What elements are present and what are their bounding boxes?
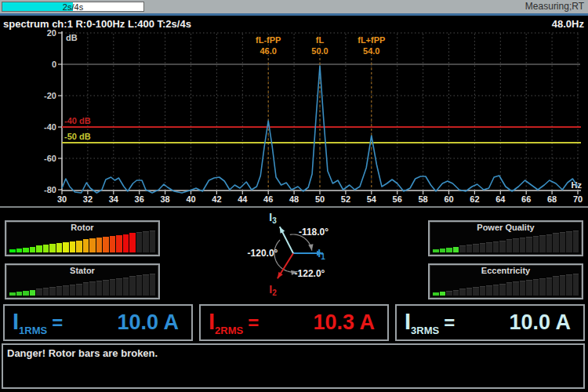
gauge-bar (466, 288, 473, 296)
phasor-vector-i1: I1 (293, 247, 325, 261)
power-quality-gauge[interactable]: Power Quality (428, 220, 583, 256)
gauge-bar (129, 276, 136, 296)
i3-rms-label: I3RMS= (405, 309, 455, 336)
current-phasor-diagram: I1I2I3-118.0°-120.0°-122.0° (210, 209, 378, 303)
gauge-bar (566, 231, 572, 252)
gauge-bar (129, 233, 136, 252)
i2-rms-readout[interactable]: I2RMS= 10.3 A (199, 304, 389, 341)
gauge-bar (573, 274, 579, 296)
svg-text:32: 32 (83, 194, 93, 204)
i1-rms-readout[interactable]: I1RMS= 10.0 A (3, 304, 193, 341)
svg-text:50: 50 (315, 194, 325, 204)
phase-angle-label: -120.0° (248, 248, 278, 259)
svg-text:70: 70 (573, 194, 583, 204)
gauge-bar (16, 249, 23, 252)
svg-text:-80: -80 (44, 185, 56, 194)
gauge-bar (43, 245, 49, 252)
gauge-bar (486, 242, 492, 252)
gauge-bar (36, 245, 42, 252)
gauge-bar (520, 281, 526, 296)
gauge-bar (459, 289, 466, 296)
gauge-bar (96, 238, 103, 252)
svg-text:46: 46 (263, 194, 273, 204)
gauge-bar (123, 234, 129, 252)
gauge-bar (573, 230, 579, 252)
gauge-bar (446, 248, 452, 252)
i3-rms-readout[interactable]: I3RMS= 10.0 A (395, 304, 585, 341)
gauge-bar (453, 290, 459, 296)
spectrum-plot[interactable]: 200-20-40-60-80dB30323436384042444648505… (0, 0, 588, 210)
gauge-bars (433, 272, 579, 296)
i1-rms-label: I1RMS= (13, 309, 63, 336)
gauge-bar (150, 230, 156, 252)
gauge-bar (526, 237, 532, 252)
gauge-bar (16, 292, 23, 296)
svg-text:44: 44 (238, 194, 248, 204)
svg-text:62: 62 (470, 194, 479, 204)
svg-text:36: 36 (135, 194, 144, 204)
gauge-bar (9, 249, 16, 252)
gauge-bar (136, 275, 143, 296)
gauge-bar (83, 282, 89, 296)
gauge-bar (123, 278, 129, 296)
alarm-message-box: Danger! Rotor bars are broken. (2, 343, 585, 389)
eccentricity-gauge[interactable]: Eccentricity (428, 263, 583, 299)
svg-text:I3: I3 (269, 211, 277, 225)
gauge-bar (446, 291, 452, 296)
svg-text:52: 52 (341, 194, 350, 204)
gauge-bar (23, 248, 29, 252)
gauge-bar (486, 285, 492, 296)
gauge-bar (480, 286, 486, 296)
gauge-bar (533, 279, 539, 296)
phasor-vector-i3: I3 (269, 211, 293, 253)
svg-text:58: 58 (418, 194, 427, 204)
gauge-bar (76, 241, 82, 252)
gauge-bar (480, 243, 486, 252)
gauge-bar (440, 292, 446, 296)
gauge-bar (560, 275, 566, 296)
gauge-bar (83, 239, 89, 252)
gauge-bar (499, 241, 506, 252)
gauge-bar (63, 242, 69, 252)
svg-text:40: 40 (186, 194, 195, 204)
gauge-bar (56, 243, 63, 252)
svg-text:20: 20 (47, 28, 56, 38)
gauge-bar (49, 287, 56, 296)
gauge-bar (506, 239, 513, 252)
svg-text:54.0: 54.0 (363, 46, 379, 56)
svg-text:54: 54 (367, 194, 377, 204)
svg-text:42: 42 (212, 194, 221, 204)
i1-rms-value: 10.0 A (117, 310, 179, 335)
rotor-fault-gauge[interactable]: Rotor (5, 220, 160, 256)
gauge-bar (513, 281, 519, 296)
gauge-bar (513, 238, 519, 252)
alarm-message: Danger! Rotor bars are broken. (7, 347, 158, 359)
gauge-bar (136, 232, 143, 252)
gauge-bar (23, 291, 29, 296)
phase-angle-label: -118.0° (299, 227, 328, 238)
gauge-bar (116, 235, 122, 252)
i2-rms-value: 10.3 A (313, 310, 375, 335)
gauge-bar (526, 280, 532, 296)
phase-angle-label: -122.0° (295, 268, 325, 279)
gauge-bar (70, 241, 76, 252)
gauge-bar (143, 231, 149, 252)
svg-text:46.0: 46.0 (260, 46, 276, 56)
stator-fault-gauge[interactable]: Stator (5, 263, 160, 299)
gauge-bar (506, 282, 513, 296)
i2-rms-label: I2RMS= (209, 309, 259, 336)
gauge-bar (63, 285, 69, 296)
svg-text:48: 48 (289, 194, 299, 204)
gauge-bar (553, 233, 559, 252)
gauge-bar (89, 281, 96, 296)
svg-text:-40 dB: -40 dB (64, 116, 91, 125)
gauge-bar (560, 232, 566, 252)
gauge-bar (49, 244, 56, 252)
svg-text:fL-fPP: fL-fPP (256, 35, 281, 45)
gauge-bar (96, 281, 103, 296)
gauge-bar (143, 274, 149, 296)
gauge-bar (56, 286, 63, 296)
gauge-bars (433, 229, 579, 252)
gauge-bar (493, 285, 499, 296)
i3-rms-value: 10.0 A (509, 310, 571, 335)
